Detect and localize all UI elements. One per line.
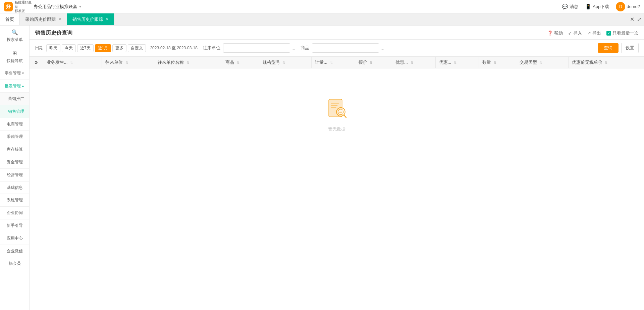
logo-icon: 好 <box>4 2 13 11</box>
col-unit[interactable]: 计量... ⇅ <box>312 57 355 68</box>
checkbox-icon: ✓ <box>606 31 611 36</box>
tab-home[interactable]: 首页 <box>0 13 20 25</box>
goods-input-wrapper: ... <box>312 43 384 53</box>
settings-button[interactable]: 设置 <box>621 43 639 53</box>
table-header-row: ⚙ 业务发生... ⇅ 往来单位 ⇅ 往来单位名称 ⇅ <box>30 57 644 68</box>
date-filter-group: 日期 昨天 今天 近7天 近1月 更多 自定义 2023-02-18 至 202… <box>35 44 198 52</box>
col-counterpart[interactable]: 往来单位 ⇅ <box>102 57 154 68</box>
goods-label: 商品 <box>301 45 309 51</box>
filter-area: 日期 昨天 今天 近7天 近1月 更多 自定义 2023-02-18 至 202… <box>30 40 644 57</box>
tab-purchase-history-close[interactable]: ✕ <box>58 17 61 21</box>
filter-actions: 查询 设置 <box>598 43 639 53</box>
query-button[interactable]: 查询 <box>598 43 619 53</box>
col-spec[interactable]: 规格型号 ⇅ <box>259 57 311 68</box>
help-btn[interactable]: ❓ 帮助 <box>547 30 563 36</box>
col-counterpart-name[interactable]: 往来单位名称 ⇅ <box>154 57 222 68</box>
col-discount1[interactable]: 优惠... ⇅ <box>392 57 436 68</box>
only-last-checkbox[interactable]: ✓ 只看最后一次 <box>606 30 639 36</box>
counterpart-input[interactable] <box>223 43 290 53</box>
svg-line-6 <box>344 115 346 117</box>
col-quote[interactable]: 报价 ⇅ <box>355 57 392 68</box>
tab-sales-history[interactable]: 销售历史价跟踪 ✕ <box>67 13 114 25</box>
sort-icon: ⇅ <box>454 61 457 64</box>
sort-icon: ⇅ <box>605 61 607 64</box>
sort-icon: ⇅ <box>186 61 189 64</box>
maximize-btn[interactable]: ⤢ <box>637 16 641 22</box>
sidebar-item-purchase-mgmt[interactable]: 采购管理 <box>0 131 29 143</box>
page-header: 销售历史价查询 ❓ 帮助 ↙ 导入 ↗ 导出 ✓ 只看最后一次 <box>30 25 644 40</box>
goods-input[interactable] <box>312 43 379 53</box>
date-btn-yesterday[interactable]: 昨天 <box>46 44 60 52</box>
sort-icon: ⇅ <box>539 61 542 64</box>
export-btn[interactable]: ↗ 导出 <box>587 30 601 36</box>
sidebar-item-sales-mgmt[interactable]: 销售管理 <box>0 105 29 118</box>
phone-icon: 📱 <box>585 4 591 10</box>
sidebar: 🔍 搜索菜单 ⊞ 快捷导航 零售管理 ▼ 批发管理 ▲ 营销推广 销售管理 电商… <box>0 25 30 310</box>
top-bar-right: 💬 消息 📱 App下载 D demo2 <box>562 2 640 11</box>
tab-sales-history-close[interactable]: ✕ <box>106 17 109 21</box>
sort-icon: ⇅ <box>125 61 128 64</box>
date-btn-more[interactable]: 更多 <box>112 44 126 52</box>
goods-filter-group: 商品 ... <box>301 43 384 53</box>
logo: 好 畅捷通好生意 标准版 <box>4 0 34 13</box>
user-profile[interactable]: D demo2 <box>616 2 640 11</box>
date-btn-7days[interactable]: 近7天 <box>77 44 94 52</box>
message-btn[interactable]: 💬 消息 <box>562 4 578 10</box>
svg-rect-2 <box>331 105 337 106</box>
date-filter-label: 日期 <box>35 45 44 51</box>
date-options: 昨天 今天 近7天 近1月 更多 自定义 <box>46 44 146 52</box>
import-btn[interactable]: ↙ 导入 <box>568 30 582 36</box>
sidebar-item-finance[interactable]: 资金管理 <box>0 156 29 169</box>
sidebar-item-enterprise[interactable]: 企业协同 <box>0 207 29 219</box>
col-biz-date[interactable]: 业务发生... ⇅ <box>43 57 102 68</box>
tab-bar-controls: ✕ ⤢ <box>630 16 644 22</box>
col-quantity[interactable]: 数量 ⇅ <box>479 57 516 68</box>
sort-icon: ⇅ <box>282 61 285 64</box>
sidebar-item-membership[interactable]: 畅会员 <box>0 257 29 270</box>
chevron-up-icon: ▲ <box>21 84 25 89</box>
sidebar-item-ecommerce[interactable]: 电商管理 <box>0 118 29 131</box>
tab-purchase-history[interactable]: 采购历史价跟踪 ✕ <box>20 13 67 25</box>
import-icon: ↙ <box>568 31 572 36</box>
svg-point-5 <box>338 109 343 115</box>
sort-icon: ⇅ <box>330 61 333 64</box>
col-goods[interactable]: 商品 ⇅ <box>222 57 259 68</box>
sidebar-item-inventory[interactable]: 库存核算 <box>0 143 29 156</box>
counterpart-filter-group: 往来单位 ... <box>203 43 296 53</box>
page-title: 销售历史价查询 <box>35 30 72 37</box>
logo-text: 畅捷通好生意 标准版 <box>15 0 34 13</box>
counterpart-dots[interactable]: ... <box>291 45 296 51</box>
sidebar-item-wholesale-mgmt[interactable]: 批发管理 ▲ <box>0 80 29 93</box>
goods-dots[interactable]: ... <box>380 45 384 51</box>
sidebar-item-search-menu[interactable]: 🔍 搜索菜单 <box>0 25 29 46</box>
col-trade-type[interactable]: 交易类型 ⇅ <box>516 57 568 68</box>
sidebar-item-marketing[interactable]: 营销推广 <box>0 93 29 105</box>
sort-icon: ⇅ <box>370 61 372 64</box>
svg-rect-1 <box>331 103 339 103</box>
sidebar-item-app-center[interactable]: 应用中心 <box>0 232 29 245</box>
main-layout: 🔍 搜索菜单 ⊞ 快捷导航 零售管理 ▼ 批发管理 ▲ 营销推广 销售管理 电商… <box>0 25 644 310</box>
sidebar-item-retail-mgmt[interactable]: 零售管理 ▼ <box>0 67 29 80</box>
sidebar-item-quick-nav[interactable]: ⊞ 快捷导航 <box>0 46 29 67</box>
col-pretax-price[interactable]: 优惠前无税单价 ⇅ <box>568 57 644 68</box>
tab-bar: 首页 采购历史价跟踪 ✕ 销售历史价跟踪 ✕ ✕ ⤢ <box>0 13 644 25</box>
sidebar-item-wechat[interactable]: 企业微信 <box>0 245 29 258</box>
sidebar-item-system[interactable]: 系统管理 <box>0 194 29 207</box>
date-btn-1month[interactable]: 近1月 <box>95 44 111 52</box>
top-bar: 好 畅捷通好生意 标准版 办公用品行业模拟账套 ▼ 💬 消息 📱 App下载 D… <box>0 0 644 13</box>
col-settings[interactable]: ⚙ <box>30 57 43 68</box>
sidebar-item-basic-info[interactable]: 基础信息 <box>0 182 29 194</box>
sidebar-item-guide[interactable]: 新手引导 <box>0 219 29 232</box>
grid-icon: ⊞ <box>12 50 17 57</box>
date-btn-today[interactable]: 今天 <box>62 44 76 52</box>
account-dropdown[interactable]: 办公用品行业模拟账套 ▼ <box>34 4 562 10</box>
close-all-btn[interactable]: ✕ <box>630 16 634 22</box>
date-btn-custom[interactable]: 自定义 <box>128 44 146 52</box>
empty-illustration <box>323 95 350 122</box>
sort-icon: ⇅ <box>494 61 496 64</box>
export-icon: ↗ <box>587 31 591 36</box>
content-area: 销售历史价查询 ❓ 帮助 ↙ 导入 ↗ 导出 ✓ 只看最后一次 <box>30 25 644 310</box>
col-discount2[interactable]: 优惠... ⇅ <box>435 57 479 68</box>
sidebar-item-operations[interactable]: 经营管理 <box>0 169 29 182</box>
app-download-btn[interactable]: 📱 App下载 <box>585 4 609 10</box>
